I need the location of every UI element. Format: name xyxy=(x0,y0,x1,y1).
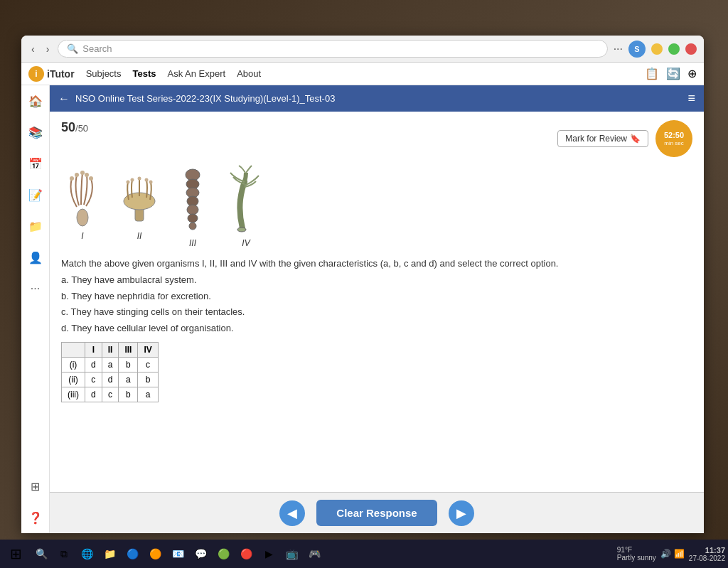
clear-response-button[interactable]: Clear Response xyxy=(316,500,437,526)
option-row-i[interactable]: (i) d a b c xyxy=(62,357,159,372)
taskbar-chrome[interactable]: 🔵 xyxy=(122,544,142,564)
logo-text: iTutor xyxy=(47,68,75,80)
organism-3-label: III xyxy=(189,238,196,248)
organism-1: I xyxy=(61,164,104,248)
nav-tests[interactable]: Tests xyxy=(133,68,156,79)
option-i-col3: b xyxy=(119,357,138,372)
taskbar-app1[interactable]: 🟠 xyxy=(145,544,165,564)
page-title: NSO Online Test Series-2022-23(IX Studyi… xyxy=(75,93,335,104)
taskbar-app5[interactable]: 🔴 xyxy=(236,544,256,564)
minimize-button[interactable] xyxy=(651,43,663,55)
header-menu-icon[interactable]: ≡ xyxy=(687,91,695,106)
browser-menu-button[interactable]: ··· xyxy=(614,43,623,55)
sidebar-item-more[interactable]: ··· xyxy=(26,279,46,299)
timer-badge: 52:50 min sec xyxy=(655,120,692,157)
option-ii-col3: a xyxy=(119,372,138,387)
mark-review-label: Mark for Review xyxy=(565,134,627,144)
maximize-button[interactable] xyxy=(668,43,680,55)
browser-window: ‹ › 🔍 Search ··· S i iTutor Subjects Tes… xyxy=(21,36,704,533)
nav-menu: Subjects Tests Ask An Expert About xyxy=(86,68,262,79)
taskbar-task-view[interactable]: ⧉ xyxy=(54,544,74,564)
logo-icon: i xyxy=(28,66,44,82)
taskbar-explorer[interactable]: 📁 xyxy=(100,544,119,564)
svg-point-1 xyxy=(70,176,74,181)
address-bar[interactable]: 🔍 Search xyxy=(58,40,607,58)
question-header: 50/50 Mark for Review 🔖 52:50 min sec xyxy=(61,120,692,157)
start-button[interactable]: ⊞ xyxy=(3,541,28,567)
close-button[interactable] xyxy=(685,43,697,55)
copy-icon[interactable]: 📋 xyxy=(645,67,659,80)
taskbar-app8[interactable]: 🎮 xyxy=(304,544,324,564)
sidebar-item-activity[interactable]: 🏠 xyxy=(26,91,46,111)
page-back-button[interactable]: ← xyxy=(58,92,70,105)
taskbar-app3[interactable]: 💬 xyxy=(191,544,210,564)
option-row-ii[interactable]: (ii) c d a b xyxy=(62,372,159,387)
option-i-col4: c xyxy=(138,357,158,372)
sidebar-item-assignments[interactable]: 📝 xyxy=(26,185,46,205)
svg-point-20 xyxy=(237,227,246,232)
organism-1-image xyxy=(61,164,104,228)
organism-3: III xyxy=(175,164,210,248)
toolbar-right-icons: 📋 🔄 ⊕ xyxy=(645,67,697,80)
organism-3-image xyxy=(175,164,210,235)
svg-point-17 xyxy=(187,205,198,215)
organism-2: II xyxy=(118,164,161,248)
sidebar-item-files[interactable]: 📁 xyxy=(26,216,46,236)
svg-point-18 xyxy=(188,214,198,223)
prev-button[interactable]: ◀ xyxy=(279,500,305,526)
app-logo: i iTutor xyxy=(28,66,75,82)
svg-point-12 xyxy=(149,181,153,184)
taskbar-app4[interactable]: 🟢 xyxy=(213,544,233,564)
content-area: 🏠 📚 📅 📝 📁 👤 ··· ⊞ ❓ ← NSO Online Test Se… xyxy=(21,85,704,533)
app-toolbar: i iTutor Subjects Tests Ask An Expert Ab… xyxy=(21,63,704,85)
option-i-label: (i) xyxy=(62,357,85,372)
refresh-icon[interactable]: 🔄 xyxy=(666,67,680,80)
characteristic-d: d. They have cellular level of organisat… xyxy=(61,321,692,336)
user-avatar[interactable]: S xyxy=(628,41,646,58)
taskbar-edge[interactable]: 🌐 xyxy=(77,544,97,564)
characteristic-b: b. They have nephridia for excretion. xyxy=(61,289,692,304)
address-text: Search xyxy=(82,43,112,54)
option-i-col2: a xyxy=(102,357,119,372)
mark-review-button[interactable]: Mark for Review 🔖 xyxy=(557,130,648,147)
taskbar-app6[interactable]: ▶ xyxy=(259,544,279,564)
sidebar-item-tests[interactable]: 📚 xyxy=(26,122,46,142)
taskbar-app2[interactable]: 📧 xyxy=(168,544,188,564)
svg-point-5 xyxy=(89,176,93,181)
next-button[interactable]: ▶ xyxy=(449,500,474,526)
taskbar-wifi-icon: 🔊 xyxy=(660,549,671,559)
taskbar-volume-icon: 📶 xyxy=(674,549,685,559)
question-area: 50/50 Mark for Review 🔖 52:50 min sec xyxy=(50,112,704,492)
forward-button[interactable]: › xyxy=(43,42,53,56)
nav-about[interactable]: About xyxy=(237,68,261,79)
nav-subjects[interactable]: Subjects xyxy=(86,68,122,79)
main-content: ← NSO Online Test Series-2022-23(IX Stud… xyxy=(50,85,704,533)
svg-point-9 xyxy=(131,178,134,182)
browser-chrome: ‹ › 🔍 Search ··· S xyxy=(21,36,704,63)
organisms-area: I xyxy=(61,164,692,248)
question-total: /50 xyxy=(75,123,88,134)
page-header: ← NSO Online Test Series-2022-23(IX Stud… xyxy=(50,85,704,112)
option-iii-col3: b xyxy=(119,387,138,402)
sidebar-item-help[interactable]: ❓ xyxy=(26,508,46,527)
organism-4: IV xyxy=(225,164,267,248)
col-header-iv: IV xyxy=(138,342,158,357)
nav-ask-expert[interactable]: Ask An Expert xyxy=(168,68,226,79)
organism-1-label: I xyxy=(81,231,83,241)
option-iii-col1: d xyxy=(85,387,102,402)
option-row-iii[interactable]: (iii) d c b a xyxy=(62,387,159,402)
taskbar-search[interactable]: 🔍 xyxy=(31,544,51,564)
sidebar-item-calendar[interactable]: 📅 xyxy=(26,154,46,173)
taskbar: ⊞ 🔍 ⧉ 🌐 📁 🔵 🟠 📧 💬 🟢 🔴 ▶ 📺 🎮 91°F Partly … xyxy=(0,540,728,568)
add-icon[interactable]: ⊕ xyxy=(687,67,697,80)
taskbar-app7[interactable]: 📺 xyxy=(282,544,301,564)
back-button[interactable]: ‹ xyxy=(28,42,38,56)
sidebar-item-tutor[interactable]: 👤 xyxy=(26,247,46,267)
bottom-bar: ◀ Clear Response ▶ xyxy=(50,492,704,533)
taskbar-clock[interactable]: 11:37 27-08-2022 xyxy=(689,546,725,562)
timer-label: min sec xyxy=(664,140,684,147)
svg-point-0 xyxy=(77,209,88,226)
sidebar: 🏠 📚 📅 📝 📁 👤 ··· ⊞ ❓ xyxy=(21,85,50,533)
sidebar-item-apps[interactable]: ⊞ xyxy=(26,476,46,496)
characteristic-c: c. They have stinging cells on their ten… xyxy=(61,305,692,320)
